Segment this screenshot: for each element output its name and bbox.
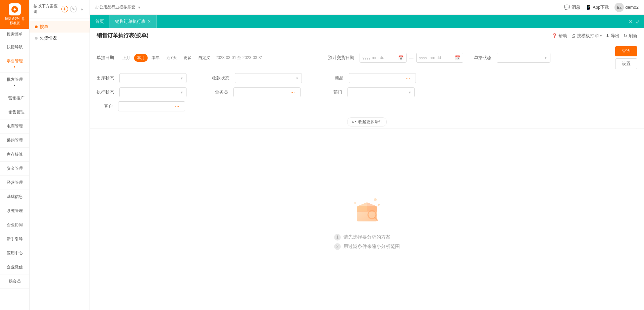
tab-close-all-icon[interactable]: ✕ xyxy=(629,18,633,25)
left-panel-title-group: 按以下方案查询 xyxy=(34,3,61,15)
page-header: 销售订单执行表(按单) ❓ 帮助 🖨 按模板打印 ▾ ⬇ 导出 ↻ 刷新 xyxy=(90,28,644,42)
left-panel-icons: + ✎ « xyxy=(61,6,86,12)
query-button[interactable]: 查询 xyxy=(615,46,637,56)
execution-label: 执行状态 xyxy=(97,89,117,95)
sidebar-item-purchase[interactable]: 采购管理 xyxy=(0,134,29,148)
sidebar-item-operations[interactable]: 经营管理 xyxy=(0,176,29,190)
filter-container: 单据日期 上月 本月 本年 近7天 更多 自定义 2023-03-01 至 20… xyxy=(90,42,644,129)
tab-bar: 首页 销售订单执行表 ✕ ✕ ⤢ xyxy=(90,15,644,28)
refresh-button[interactable]: ↻ 刷新 xyxy=(624,33,637,39)
forecast-date-start-input[interactable]: yyyy-mm-dd 📅 xyxy=(360,53,407,63)
edit-scheme-button[interactable]: ✎ xyxy=(70,6,77,12)
sidebar-item-system[interactable]: 系统管理 xyxy=(0,204,29,218)
product-more-icon[interactable]: ··· xyxy=(404,75,412,81)
filter-group-department: 部门 ▾ xyxy=(326,87,415,97)
scheme-item-by-debt[interactable]: 欠货情况 xyxy=(30,33,90,44)
collapse-label: 收起更多条件 xyxy=(358,119,382,125)
execution-select[interactable]: ▾ xyxy=(119,87,186,97)
print-button[interactable]: 🖨 按模板打印 ▾ xyxy=(571,33,602,39)
forecast-date-end-input[interactable]: yyyy-mm-dd 📅 xyxy=(416,53,463,63)
delivery-label: 出库状态 xyxy=(97,75,117,81)
sidebar-item-quick-nav[interactable]: 快捷导航 xyxy=(0,40,29,54)
sidebar-item-basic[interactable]: 基础信息 xyxy=(0,190,29,204)
date-btn-last-7-days[interactable]: 近7天 xyxy=(164,54,179,62)
user-profile[interactable]: Ea demo2 xyxy=(614,3,639,12)
sidebar-item-label: 企业微信 xyxy=(7,264,23,270)
app-logo[interactable]: 畅捷通好生意 标准版 xyxy=(0,0,29,29)
sidebar-item-inventory[interactable]: 库存核算 xyxy=(0,148,29,162)
tab-expand-icon[interactable]: ⤢ xyxy=(636,18,640,25)
sidebar-item-sales[interactable]: 销售管理 xyxy=(0,105,29,119)
sidebar-item-ecommerce[interactable]: 电商管理 xyxy=(0,119,29,134)
date-btn-this-month[interactable]: 本月 xyxy=(134,54,148,62)
breadcrumb-caret-icon: ▾ xyxy=(138,5,140,10)
inactive-scheme-dot xyxy=(35,37,38,40)
svg-point-6 xyxy=(378,204,380,206)
sidebar-item-label: 应用中心 xyxy=(7,250,23,256)
date-filter-label: 单据日期 xyxy=(97,55,117,61)
sidebar-item-retail[interactable]: 零售管理 ▾ xyxy=(0,54,29,73)
date-btn-this-year[interactable]: 本年 xyxy=(149,54,162,62)
filter-group-status: 单据状态 ▾ xyxy=(474,53,550,63)
export-button[interactable]: ⬇ 导出 xyxy=(606,33,620,39)
status-select[interactable]: ▾ xyxy=(497,53,550,63)
payment-select[interactable]: ▾ xyxy=(235,73,302,83)
message-button[interactable]: 💬 消息 xyxy=(564,4,580,10)
sidebar: 畅捷通好生意 标准版 搜索菜单 快捷导航 零售管理 ▾ 批发管理 ▴ 营销推广 … xyxy=(0,0,30,310)
sidebar-item-enterprise[interactable]: 企业协同 xyxy=(0,218,29,232)
customer-input[interactable]: ··· xyxy=(118,101,185,111)
sidebar-item-member[interactable]: 畅会员 xyxy=(0,274,29,289)
print-label: 按模板打印 xyxy=(577,33,599,39)
date-separator: — xyxy=(409,55,414,60)
sidebar-item-finance[interactable]: 资金管理 xyxy=(0,162,29,176)
sidebar-item-wechat[interactable]: 企业微信 xyxy=(0,260,29,274)
filter-group-payment: 收款状态 ▾ xyxy=(212,73,302,83)
sidebar-item-apps[interactable]: 应用中心 xyxy=(0,246,29,260)
customer-more-icon[interactable]: ··· xyxy=(173,103,181,109)
sidebar-item-marketing[interactable]: 营销推广 xyxy=(0,91,29,105)
sidebar-item-label: 畅会员 xyxy=(9,278,21,284)
filter-group-execution: 执行状态 ▾ xyxy=(97,87,186,97)
delivery-select[interactable]: ▾ xyxy=(119,73,186,83)
filter-row-4: 客户 ··· xyxy=(97,101,637,115)
add-scheme-button[interactable]: + xyxy=(61,6,68,12)
help-button[interactable]: ❓ 帮助 xyxy=(552,33,567,39)
sidebar-item-newuser[interactable]: 新手引导 xyxy=(0,232,29,246)
top-bar: 办公用品行业模拟账套 ▾ 💬 消息 📱 App下载 Ea demo2 xyxy=(90,0,644,15)
scheme-item-label: 欠货情况 xyxy=(40,35,57,41)
tab-close-icon[interactable]: ✕ xyxy=(148,19,151,24)
export-label: 导出 xyxy=(611,33,620,39)
tab-home-label: 首页 xyxy=(95,18,104,24)
product-input[interactable]: ··· xyxy=(349,73,416,83)
collapse-conditions-button[interactable]: ∧∧ 收起更多条件 xyxy=(347,117,387,126)
tab-sales-order[interactable]: 销售订单执行表 ✕ xyxy=(110,15,157,28)
left-panel-title: 按以下方案查询 xyxy=(34,3,61,15)
date-btn-custom[interactable]: 自定义 xyxy=(196,54,213,62)
filter-group-salesperson: 业务员 ··· xyxy=(212,87,301,97)
execution-caret-icon: ▾ xyxy=(181,90,183,95)
tab-home[interactable]: 首页 xyxy=(90,15,110,28)
sidebar-item-label: 销售管理 xyxy=(8,109,24,115)
sidebar-item-label: 经营管理 xyxy=(7,180,23,186)
settings-button[interactable]: 设置 xyxy=(615,58,637,69)
tab-sales-order-label: 销售订单执行表 xyxy=(115,18,146,24)
department-select[interactable]: ▾ xyxy=(347,87,415,97)
search-menu[interactable]: 搜索菜单 xyxy=(0,29,29,40)
filter-row-2: 出库状态 ▾ 收款状态 ▾ 商品 xyxy=(97,73,637,87)
forecast-date-label: 预计交货日期 xyxy=(328,55,357,61)
export-icon: ⬇ xyxy=(606,33,609,38)
salesperson-more-icon[interactable]: ··· xyxy=(288,89,297,95)
payment-caret-icon: ▾ xyxy=(296,76,298,81)
refresh-label: 刷新 xyxy=(629,33,637,39)
sidebar-item-wholesale[interactable]: 批发管理 ▴ xyxy=(0,73,29,91)
date-btn-last-month[interactable]: 上月 xyxy=(119,54,133,62)
scheme-item-by-order[interactable]: 按单 xyxy=(30,21,90,33)
salesperson-input[interactable]: ··· xyxy=(233,87,301,97)
collapse-panel-button[interactable]: « xyxy=(79,6,86,12)
app-download-button[interactable]: 📱 App下载 xyxy=(586,4,609,10)
date-btn-more[interactable]: 更多 xyxy=(181,54,194,62)
sidebar-item-label: 基础信息 xyxy=(7,194,23,200)
filter-group-date: 单据日期 上月 本月 本年 近7天 更多 自定义 2023-03-01 至 20… xyxy=(97,54,263,62)
filter-group-customer: 客户 ··· xyxy=(97,101,185,111)
empty-tip-2: 2 用过滤条件来缩小分析范围 xyxy=(334,243,400,250)
